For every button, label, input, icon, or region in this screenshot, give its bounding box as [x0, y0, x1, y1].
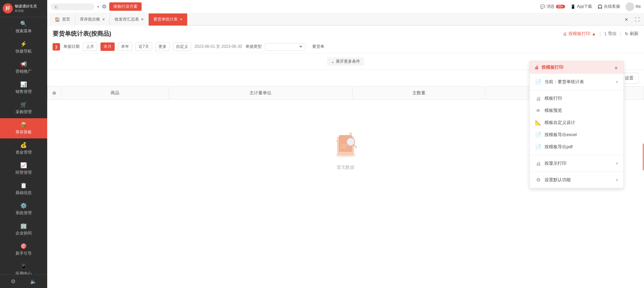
export-pdf-label: 按模板导出pdf	[545, 144, 573, 150]
printer-icon: 🖨	[563, 31, 567, 36]
scrollbar-indicator[interactable]	[643, 143, 644, 170]
inventory-label: 库存算账	[16, 129, 32, 135]
export-button[interactable]: ⤵ 导出	[604, 31, 617, 37]
dropdown-current-left: 📄 当前：要货单统计表	[535, 79, 584, 85]
sidebar-item-new-guide[interactable]: 🎯新手引导	[0, 239, 47, 260]
dropdown-close-icon[interactable]: ▲	[613, 64, 619, 70]
operations-icon: 📈	[20, 162, 27, 168]
search-icon: 🔍	[20, 21, 27, 27]
dropdown-template-preview[interactable]: 👁 模板预览	[530, 104, 623, 117]
online-service-label: 在线客服	[604, 4, 620, 9]
app-download-label: App下载	[577, 4, 592, 9]
page-title: 要货单统计表(按商品)	[53, 30, 111, 38]
tab-inventory-batch-close[interactable]: ✕	[102, 18, 105, 21]
sidebar-item-finance[interactable]: 💰资金管理	[0, 138, 47, 159]
speaker-footer-icon[interactable]: 🔈	[30, 278, 37, 285]
tab-receipt-summary-close[interactable]: ✕	[141, 18, 144, 21]
enterprise-icon: 🏢	[20, 223, 27, 229]
trial-button[interactable]: 体验行业方案	[109, 2, 142, 11]
th-settings[interactable]: ⚙	[48, 87, 61, 100]
sales-icon: 📊	[20, 81, 27, 88]
expand-more-button[interactable]: ⌄ 展开更多条件	[327, 57, 364, 66]
custom-date-btn[interactable]: 自定义	[173, 42, 191, 51]
template-print-button[interactable]: 🖨 按模板打印 ▲	[563, 31, 596, 37]
app-download-button[interactable]: 📱 App下载	[570, 4, 592, 9]
sidebar: 好 畅捷通好生意 标准版 🔍搜索菜单⚡快捷导航📢营销推广📊销售管理🛒采购管理📦库…	[0, 0, 47, 288]
export-excel-label: 按模板导出excel	[545, 132, 577, 138]
topbar-chevron-icon[interactable]: ▾	[97, 4, 99, 9]
sidebar-item-enterprise[interactable]: 🏢企业协同	[0, 219, 47, 239]
sidebar-item-system[interactable]: ⚙️系统管理	[0, 199, 47, 219]
dropdown-current-item[interactable]: 📄 当前：要货单统计表 ▾	[530, 76, 623, 88]
tab-inventory-batch[interactable]: 库存批次账 ✕	[75, 13, 110, 26]
sidebar-item-purchase[interactable]: 🛒采购管理	[0, 98, 47, 118]
sidebar-item-basic-info[interactable]: 📋基础信息	[0, 179, 47, 199]
sidebar-item-sales[interactable]: 📊销售管理	[0, 78, 47, 98]
sidebar-logo: 好 畅捷通好生意 标准版	[0, 0, 47, 17]
empty-text: 暂无数据	[337, 164, 354, 170]
search-label: 搜索菜单	[16, 28, 32, 34]
close-window-button[interactable]: ✕	[622, 15, 631, 24]
headset-icon: 🎧	[597, 4, 603, 9]
settings-footer-icon[interactable]: ⚙	[11, 278, 16, 285]
display-print-arrow: ▾	[616, 161, 618, 166]
finance-label: 资金管理	[16, 150, 32, 155]
more-date-btn[interactable]: 更多	[155, 42, 170, 51]
current-year-btn[interactable]: 本年	[118, 42, 132, 51]
display-print-icon: 🖨	[535, 161, 541, 166]
dropdown-header: 🖨 按模板打印 ▲	[530, 61, 623, 74]
dropdown-current-label: 当前：要货单统计表	[545, 79, 584, 85]
inventory-icon: 📦	[20, 122, 27, 128]
online-service-button[interactable]: 🎧 在线客服	[597, 4, 620, 9]
user-name: Rit	[636, 4, 641, 9]
tab-receipt-summary[interactable]: 收发存汇总表 ✕	[110, 13, 149, 26]
dropdown-set-default-section: ⚙ 设置默认功能 ▾	[530, 172, 623, 188]
page-content: 要货单统计表(按商品) 🖨 按模板打印 ▲ | ⤵ 导出 | ↻ 刷新	[47, 26, 644, 288]
dropdown-export-pdf[interactable]: 📄 按模板导出pdf	[530, 141, 623, 153]
message-icon: 💬	[540, 4, 545, 9]
dropdown-set-default[interactable]: ⚙ 设置默认功能 ▾	[530, 174, 623, 186]
maximize-button[interactable]: ⛶	[633, 15, 641, 24]
dropdown-export-excel[interactable]: 📄 按模板导出excel	[530, 129, 623, 141]
user-avatar-button[interactable]: Rit	[625, 2, 641, 11]
current-month-btn[interactable]: 本月	[100, 42, 115, 51]
dropdown-template-design[interactable]: 📐 模板自定义设计	[530, 117, 623, 129]
tab-order-stats-close[interactable]: ✕	[180, 18, 182, 21]
dropdown-set-default-left: ⚙ 设置默认功能	[535, 177, 571, 183]
type-filter-select[interactable]	[265, 43, 305, 51]
th-quantity: 主数量	[352, 87, 485, 100]
last-month-btn[interactable]: 上月	[83, 42, 97, 51]
topbar-settings-icon[interactable]: ⚙	[102, 3, 107, 10]
export-pdf-icon: 📄	[535, 144, 541, 150]
app-center-icon: 📱	[20, 263, 27, 269]
tab-order-stats[interactable]: 要货单统计表 ✕	[149, 13, 187, 26]
system-icon: ⚙️	[20, 202, 27, 209]
goods-type-label: 要货单	[312, 44, 324, 50]
page-header: 要货单统计表(按商品) 🖨 按模板打印 ▲ | ⤵ 导出 | ↻ 刷新	[47, 26, 644, 40]
tab-home[interactable]: 🏠 首页	[50, 13, 75, 26]
document-icon: 📄	[535, 79, 541, 85]
date-filter-label: 单据日期	[63, 44, 80, 50]
sidebar-item-search[interactable]: 🔍搜索菜单	[0, 17, 47, 37]
sidebar-item-marketing[interactable]: 📢营销推广	[0, 58, 47, 78]
marketing-label: 营销推广	[16, 69, 32, 74]
enterprise-label: 企业协同	[16, 230, 32, 236]
topbar-search[interactable]: ◐	[51, 3, 94, 10]
quick-nav-label: 快捷导航	[16, 49, 32, 54]
dropdown-display-print[interactable]: 🖨 按显示打印 ▾	[530, 157, 623, 169]
last-7days-btn[interactable]: 近7天	[136, 42, 152, 51]
refresh-button[interactable]: ↻ 刷新	[625, 31, 639, 37]
sidebar-item-inventory[interactable]: 📦库存算账	[0, 118, 47, 138]
new-guide-label: 新手引导	[16, 251, 32, 256]
message-button[interactable]: 💬 消息 99+	[540, 4, 565, 9]
expand-more-label: 展开更多条件	[336, 59, 360, 64]
sidebar-item-operations[interactable]: 📈经营管理	[0, 159, 47, 179]
sidebar-item-quick-nav[interactable]: ⚡快捷导航	[0, 37, 47, 58]
sidebar-menu: 🔍搜索菜单⚡快捷导航📢营销推广📊销售管理🛒采购管理📦库存算账💰资金管理📈经营管理…	[0, 17, 47, 275]
filter-expand-button[interactable]: ⟫	[53, 43, 60, 51]
sidebar-item-app-center[interactable]: 📱应用中心	[0, 260, 47, 275]
set-default-icon: ⚙	[535, 177, 541, 183]
dropdown-template-print[interactable]: 🖨 模板打印	[530, 92, 623, 104]
operations-label: 经营管理	[16, 170, 32, 175]
expand-icon: ⌄	[331, 59, 334, 64]
